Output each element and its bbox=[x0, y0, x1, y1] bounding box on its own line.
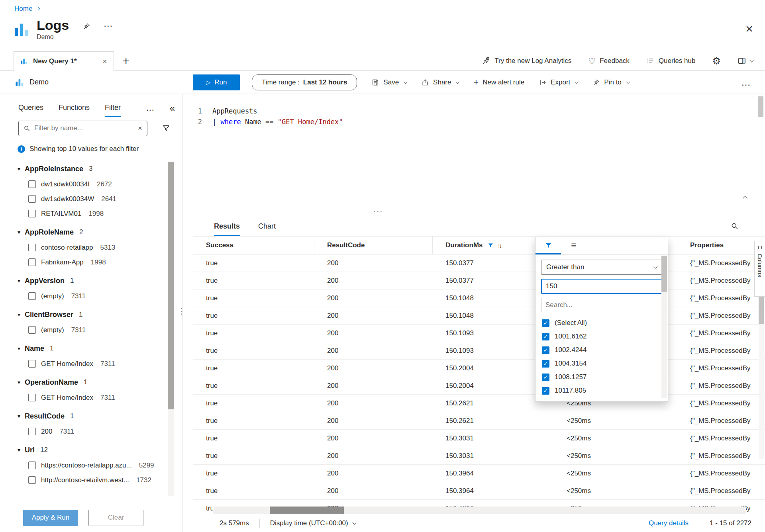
checkbox-unchecked[interactable] bbox=[28, 180, 36, 188]
toolbar-more-icon[interactable]: … bbox=[741, 77, 765, 88]
checkbox-checked[interactable]: ✓ bbox=[542, 333, 549, 340]
checkbox-unchecked[interactable] bbox=[28, 462, 36, 469]
clear-search-icon[interactable]: × bbox=[138, 124, 142, 133]
filter-value-row[interactable]: dw1sdwk00034W 2641 bbox=[18, 192, 165, 206]
code-line[interactable]: 2 | where Name == "GET Home/Index" bbox=[193, 117, 765, 127]
apply-run-button[interactable]: Apply & Run bbox=[23, 510, 78, 526]
feedback-button[interactable]: ♡ Feedback bbox=[588, 57, 630, 65]
collapse-sidebar-icon[interactable]: « bbox=[170, 103, 175, 117]
table-row[interactable]: true 200 150.1048 <250ms {"_MS.Processed… bbox=[193, 289, 765, 307]
checkbox-unchecked[interactable] bbox=[28, 394, 36, 401]
tab-new-query-1[interactable]: New Query 1* × bbox=[14, 51, 114, 71]
results-horizontal-scrollbar[interactable] bbox=[213, 507, 746, 514]
checkbox-checked[interactable]: ✓ bbox=[542, 360, 549, 368]
checkbox-checked[interactable]: ✓ bbox=[542, 387, 549, 395]
column-header-resultcode[interactable]: ResultCode bbox=[314, 237, 433, 254]
query-editor[interactable]: 1 AppRequests 2 | where Name == "GET Hom… bbox=[193, 94, 765, 207]
filter-value-row[interactable]: Fabrikam-App 1998 bbox=[18, 255, 165, 270]
table-row[interactable]: true 200 150.3964 <250ms {"_MS.Processed… bbox=[193, 465, 765, 482]
tab-chart[interactable]: Chart bbox=[258, 222, 276, 236]
layout-panel-button[interactable] bbox=[738, 57, 753, 65]
code-line[interactable]: 1 AppRequests bbox=[193, 106, 765, 117]
pin-to-button[interactable]: Pin to bbox=[592, 78, 629, 86]
column-header-properties[interactable]: Properties bbox=[677, 237, 765, 254]
filter-option-row[interactable]: ✓ 1008.1257 bbox=[542, 370, 653, 384]
share-button[interactable]: Share bbox=[421, 78, 459, 86]
run-button[interactable]: ▷ Run bbox=[193, 74, 240, 90]
popup-tab-list[interactable]: ≡ bbox=[561, 237, 586, 254]
filter-group-header[interactable]: ▾ ClientBrowser 1 bbox=[18, 307, 165, 323]
filter-value-input[interactable] bbox=[541, 279, 662, 294]
filter-icon[interactable] bbox=[162, 124, 171, 133]
filter-option-row[interactable]: ✓ 1004.3154 bbox=[542, 357, 653, 370]
table-row[interactable]: true 200 150.0377 <250ms {"_MS.Processed… bbox=[193, 272, 765, 289]
filter-value-row[interactable]: (empty) 7311 bbox=[18, 323, 165, 337]
checkbox-unchecked[interactable] bbox=[28, 326, 36, 334]
time-range-picker[interactable]: Time range : Last 12 hours bbox=[252, 74, 357, 90]
checkbox-unchecked[interactable] bbox=[28, 195, 36, 203]
filter-group-header[interactable]: ▾ ResultCode 1 bbox=[18, 408, 165, 424]
popup-tab-filter[interactable] bbox=[536, 237, 561, 254]
checkbox-checked[interactable]: ✓ bbox=[542, 346, 549, 354]
table-row[interactable]: true 200 150.3031 <250ms {"_MS.Processed… bbox=[193, 430, 765, 447]
active-filter-icon[interactable] bbox=[488, 243, 494, 248]
popup-scrollbar-thumb[interactable] bbox=[661, 256, 667, 292]
checkbox-checked[interactable]: ✓ bbox=[542, 319, 549, 327]
table-row[interactable]: true 200 150.1093 <250ms {"_MS.Processed… bbox=[193, 325, 765, 342]
save-button[interactable]: Save bbox=[371, 78, 407, 86]
collapse-editor-icon[interactable] bbox=[743, 194, 747, 202]
sidebar-scrollbar[interactable] bbox=[168, 162, 174, 496]
column-header-success[interactable]: Success bbox=[193, 237, 314, 254]
tab-results[interactable]: Results bbox=[214, 222, 240, 236]
filter-value-row[interactable]: dw1sdwk00034I 2672 bbox=[18, 177, 165, 192]
table-row[interactable]: true 200 150.2621 <250ms {"_MS.Processed… bbox=[193, 412, 765, 430]
table-row[interactable]: true 200 150.1093 <250ms {"_MS.Processed… bbox=[193, 342, 765, 360]
close-tab-icon[interactable]: × bbox=[102, 57, 107, 66]
pin-icon[interactable] bbox=[82, 22, 90, 30]
clear-button[interactable]: Clear bbox=[88, 510, 143, 526]
sort-icon[interactable]: ↑↓ bbox=[498, 242, 501, 249]
table-row[interactable]: true 200 150.1048 <250ms {"_MS.Processed… bbox=[193, 307, 765, 325]
settings-gear-icon[interactable]: ⚙ bbox=[712, 56, 721, 66]
popup-scrollbar[interactable] bbox=[661, 256, 667, 398]
filter-value-row[interactable]: RETAILVM01 1998 bbox=[18, 206, 165, 221]
columns-panel-tab[interactable]: Columns bbox=[754, 241, 765, 297]
filter-option-row[interactable]: ✓ 1001.6162 bbox=[542, 330, 653, 343]
close-icon[interactable]: × bbox=[745, 22, 753, 36]
table-row[interactable]: true 200 150.2621 <250ms {"_MS.Processed… bbox=[193, 395, 765, 412]
filter-group-header[interactable]: ▾ OperationName 1 bbox=[18, 374, 165, 390]
tab-functions[interactable]: Functions bbox=[59, 104, 90, 117]
pane-drag-handle[interactable]: ⋮ bbox=[178, 309, 186, 313]
filter-value-row[interactable]: 200 7311 bbox=[18, 424, 165, 439]
filter-value-row[interactable]: GET Home/Index 7311 bbox=[18, 356, 165, 371]
filter-value-row[interactable]: https://contoso-retailapp.azu... 5299 bbox=[18, 458, 165, 473]
editor-results-splitter[interactable]: ... bbox=[193, 207, 765, 216]
scope-selector[interactable]: Demo bbox=[0, 78, 182, 87]
export-button[interactable]: Export bbox=[539, 78, 578, 86]
filter-operator-select[interactable]: Greater than bbox=[541, 260, 662, 275]
editor-scrollbar-thumb[interactable] bbox=[758, 96, 763, 117]
try-new-log-analytics-button[interactable]: Try the new Log Analytics bbox=[482, 57, 571, 65]
new-tab-button[interactable]: + bbox=[123, 55, 129, 66]
filter-option-row[interactable]: ✓ 10117.805 bbox=[542, 384, 653, 397]
filter-value-row[interactable]: GET Home/Index 7311 bbox=[18, 390, 165, 405]
table-row[interactable]: true 200 150.3031 <250ms {"_MS.Processed… bbox=[193, 447, 765, 465]
tab-queries[interactable]: Queries bbox=[18, 104, 43, 117]
table-row[interactable]: true 200 150.0377 <250ms {"_MS.Processed… bbox=[193, 254, 765, 272]
filter-group-header[interactable]: ▾ Url 12 bbox=[18, 442, 165, 458]
queries-hub-button[interactable]: Queries hub bbox=[646, 57, 696, 65]
table-row[interactable]: true 200 150.2004 <250ms {"_MS.Processed… bbox=[193, 360, 765, 377]
display-time-dropdown[interactable]: Display time (UTC+00:00) bbox=[270, 519, 356, 527]
breadcrumb-home-link[interactable]: Home bbox=[14, 5, 32, 13]
filter-group-header[interactable]: ▾ AppRoleName 2 bbox=[18, 224, 165, 240]
table-row[interactable]: true 200 150.3964 <250ms {"_MS.Processed… bbox=[193, 482, 765, 500]
filter-value-row[interactable]: (empty) 7311 bbox=[18, 289, 165, 303]
filter-group-header[interactable]: ▾ Name 1 bbox=[18, 340, 165, 356]
filter-options-search-input[interactable] bbox=[541, 298, 662, 312]
query-details-link[interactable]: Query details bbox=[649, 519, 688, 527]
filter-option-row[interactable]: ✓ (Select All) bbox=[542, 316, 653, 330]
table-row[interactable]: true 200 150.2004 <250ms {"_MS.Processed… bbox=[193, 377, 765, 395]
filter-option-row[interactable]: ✓ 1002.4244 bbox=[542, 343, 653, 357]
new-alert-rule-button[interactable]: + New alert rule bbox=[473, 78, 524, 86]
results-hscroll-thumb[interactable] bbox=[270, 507, 344, 514]
